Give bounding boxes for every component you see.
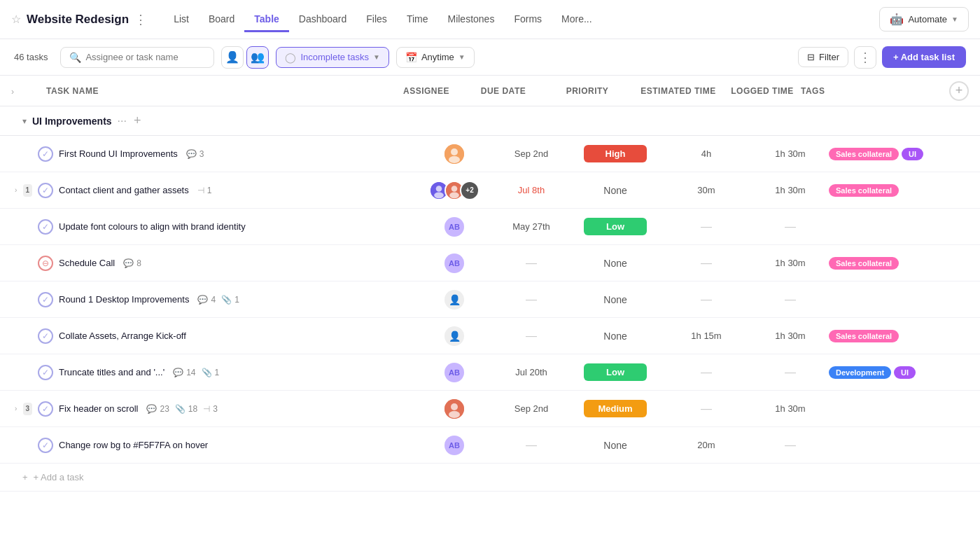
- tab-milestones[interactable]: Milestones: [438, 8, 504, 32]
- status-icon-done[interactable]: ✓: [38, 292, 53, 307]
- status-icon-done[interactable]: ✓: [38, 328, 53, 344]
- task-name-cell: ✓ Truncate titles and and '...' 💬 14 📎 1: [32, 365, 416, 380]
- tag-ui: UI: [894, 366, 916, 379]
- comment-count: 23: [160, 404, 169, 414]
- due-date-cell: —: [493, 293, 570, 306]
- priority-cell: None: [570, 185, 661, 196]
- tab-dashboard[interactable]: Dashboard: [289, 8, 357, 32]
- add-task-list-button[interactable]: + Add task list: [882, 46, 966, 68]
- attachment-icon: 📎: [202, 368, 212, 377]
- add-task-list-label: + Add task list: [893, 52, 955, 62]
- est-time-cell: —: [661, 366, 752, 379]
- automate-dropdown-icon: ▼: [951, 15, 958, 23]
- avatar-ab: AB: [444, 363, 464, 382]
- automate-button[interactable]: 🤖 Automate ▼: [879, 7, 969, 32]
- task-name-text: First Round UI Improvements: [59, 148, 178, 159]
- collapse-all-icon[interactable]: ›: [11, 87, 14, 97]
- due-date-col-header: Due Date: [465, 86, 542, 96]
- tags-col-header: Tags: [801, 86, 941, 96]
- task-name-text: Change row bg to #F5F7FA on hover: [59, 440, 208, 450]
- table-row[interactable]: › 3 ✓ Fix header on scroll 💬 23 📎 18 ⊣ 3…: [0, 391, 980, 427]
- task-name-cell: ✓ Fix header on scroll 💬 23 📎 18 ⊣ 3: [32, 401, 416, 417]
- add-column-button[interactable]: +: [949, 81, 969, 101]
- assignee-cell: AB: [416, 253, 493, 273]
- section-add-icon[interactable]: +: [134, 113, 141, 128]
- tab-forms[interactable]: Forms: [504, 8, 552, 32]
- incomplete-tasks-filter[interactable]: ◯ Incomplete tasks ▼: [276, 47, 388, 68]
- est-time-col-header: Estimated Time: [633, 86, 724, 96]
- incomplete-tasks-chevron: ▼: [373, 53, 380, 61]
- project-title: Website Redesign: [27, 13, 129, 27]
- est-time-cell: 30m: [661, 185, 752, 195]
- status-icon-done[interactable]: ✓: [38, 183, 53, 198]
- status-icon-done[interactable]: ✓: [38, 219, 53, 235]
- tab-board[interactable]: Board: [199, 8, 244, 32]
- task-name-cell: ✓ Change row bg to #F5F7FA on hover: [32, 438, 416, 453]
- assignee-cell: AB: [416, 217, 493, 237]
- priority-cell: None: [570, 440, 661, 451]
- table-row[interactable]: ✓ Update font colours to align with bran…: [0, 209, 980, 245]
- assignee-filter-person[interactable]: 👤: [221, 46, 244, 69]
- tab-list[interactable]: List: [164, 8, 199, 32]
- section-options-icon[interactable]: ···: [118, 115, 127, 127]
- add-task-row[interactable]: + + Add a task: [0, 464, 980, 492]
- due-date-cell: —: [493, 257, 570, 270]
- due-date-cell: —: [493, 439, 570, 452]
- task-name-text: Collate Assets, Arrange Kick-off: [59, 331, 186, 341]
- tab-files[interactable]: Files: [356, 8, 397, 32]
- anytime-filter[interactable]: 📅 Anytime ▼: [396, 47, 475, 68]
- section-collapse-icon[interactable]: ▾: [22, 116, 27, 126]
- status-icon-done[interactable]: ✓: [38, 146, 53, 162]
- svg-point-11: [449, 411, 460, 418]
- table-row[interactable]: ✓ Truncate titles and and '...' 💬 14 📎 1…: [0, 354, 980, 391]
- tags-cell: Sales collateral: [829, 184, 969, 197]
- svg-point-10: [451, 403, 458, 410]
- table-row[interactable]: ✓ Round 1 Desktop Improvements 💬 4 📎 1 👤…: [0, 282, 980, 318]
- expand-icon[interactable]: ›: [11, 403, 21, 415]
- search-box[interactable]: 🔍: [60, 47, 214, 68]
- search-input[interactable]: [85, 52, 183, 62]
- toolbar: 46 tasks 🔍 👤 👥 ◯ Incomplete tasks ▼ 📅 An…: [0, 39, 980, 76]
- star-icon[interactable]: ☆: [11, 13, 21, 26]
- more-dots-icon[interactable]: ⋮: [134, 12, 147, 27]
- task-name-cell: ✓ Update font colours to align with bran…: [32, 219, 416, 235]
- tab-time[interactable]: Time: [397, 8, 438, 32]
- assignee-filter-group: 👤 👥: [221, 46, 269, 69]
- nav-tabs: List Board Table Dashboard Files Time Mi…: [164, 7, 602, 32]
- avatar: [444, 144, 464, 164]
- table-row[interactable]: ✓ Collate Assets, Arrange Kick-off 👤 — N…: [0, 318, 980, 354]
- logged-time-col-header: Logged Time: [724, 86, 801, 96]
- row-indent: › 1: [11, 184, 32, 197]
- table-row[interactable]: › 1 ✓ Contact client and gather assets ⊣…: [0, 172, 980, 209]
- logged-time-cell: 1h 30m: [752, 148, 829, 159]
- table-row[interactable]: ✓ Change row bg to #F5F7FA on hover AB —…: [0, 427, 980, 464]
- comment-icon: 💬: [186, 149, 197, 159]
- priority-none: None: [603, 185, 626, 196]
- comment-icon: 💬: [173, 368, 183, 377]
- expand-icon[interactable]: ›: [11, 184, 21, 197]
- tab-table[interactable]: Table: [244, 8, 289, 32]
- assignee-filter-group[interactable]: 👥: [246, 46, 269, 69]
- status-icon-cancelled[interactable]: ⊖: [38, 256, 53, 271]
- search-icon: 🔍: [69, 52, 81, 63]
- filter-icon: ⊟: [807, 52, 815, 62]
- assignee-cell: [416, 144, 493, 164]
- more-options-button[interactable]: ⋮: [854, 46, 876, 69]
- tab-more[interactable]: More...: [552, 8, 602, 32]
- avatar: [444, 399, 464, 419]
- status-icon-done[interactable]: ✓: [38, 365, 53, 380]
- add-task-label: + Add a task: [34, 472, 84, 482]
- status-icon-done[interactable]: ✓: [38, 401, 53, 417]
- avatar-ab: AB: [444, 436, 464, 455]
- status-icon-done[interactable]: ✓: [38, 438, 53, 453]
- filter-button[interactable]: ⊟ Filter: [798, 47, 848, 67]
- priority-none: None: [603, 440, 626, 451]
- priority-badge-medium: Medium: [584, 400, 647, 417]
- task-name-text: Truncate titles and and '...': [59, 367, 164, 377]
- task-meta: 💬 8: [123, 258, 141, 268]
- tags-cell: Sales collateral UI: [829, 148, 969, 160]
- task-name-text: Round 1 Desktop Improvements: [59, 294, 189, 305]
- table-row[interactable]: ✓ First Round UI Improvements 💬 3 Sep 2n…: [0, 136, 980, 172]
- table-row[interactable]: ⊖ Schedule Call 💬 8 AB — None — 1h 30m S…: [0, 245, 980, 282]
- task-meta: ⊣ 1: [197, 186, 212, 195]
